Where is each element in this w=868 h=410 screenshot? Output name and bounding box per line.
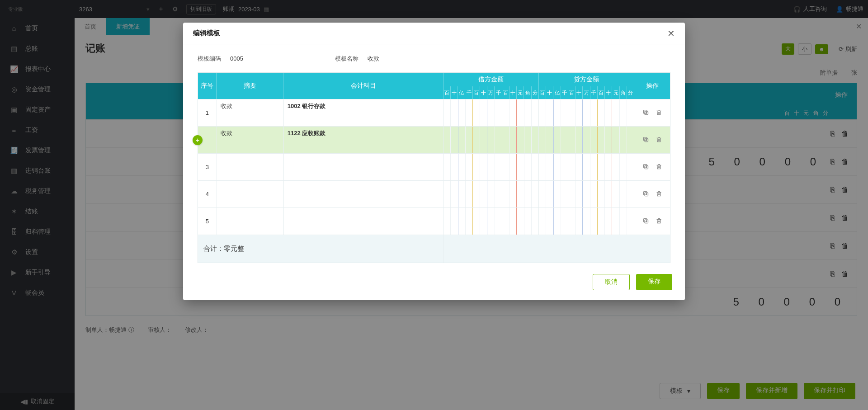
template-name-label: 模板名称 xyxy=(335,55,359,63)
seq-cell: 4 xyxy=(198,181,217,207)
col-seq: 序号 xyxy=(198,73,217,99)
row-op-cell xyxy=(634,208,670,235)
row-op-cell xyxy=(634,127,670,153)
credit-cell[interactable] xyxy=(539,154,634,180)
template-code-input[interactable] xyxy=(228,53,308,64)
summary-cell[interactable] xyxy=(217,181,284,207)
subject-cell[interactable] xyxy=(284,181,443,207)
add-row-button[interactable]: + xyxy=(193,135,203,145)
grid-row[interactable]: 1收款1002 银行存款 xyxy=(198,99,670,126)
modal-title: 编辑模板 xyxy=(193,29,220,38)
copy-row-icon[interactable] xyxy=(642,190,649,198)
total-label: 合计：零元整 xyxy=(198,235,443,263)
grid-row[interactable]: +收款1122 应收账款 xyxy=(198,126,670,153)
grid-row[interactable]: 5 xyxy=(198,207,670,235)
seq-cell: 3 xyxy=(198,154,217,180)
save-button[interactable]: 保存 xyxy=(636,274,672,290)
credit-cell[interactable] xyxy=(539,127,634,153)
seq-cell: 5 xyxy=(198,208,217,235)
subject-cell[interactable]: 1002 银行存款 xyxy=(284,99,443,126)
copy-row-icon[interactable] xyxy=(642,109,649,117)
debit-cell[interactable] xyxy=(443,181,539,207)
summary-cell[interactable]: 收款 xyxy=(217,99,284,126)
template-code-label: 模板编码 xyxy=(198,55,221,63)
template-grid: 序号 摘要 会计科目 借方金额 百十亿千百十万千百十元角分 贷方金额 百十亿千百… xyxy=(198,72,670,263)
debit-cell[interactable] xyxy=(443,127,539,153)
edit-template-modal: 编辑模板 ✕ 模板编码 模板名称 序号 摘要 会计科目 xyxy=(183,23,685,300)
grid-row[interactable]: 3 xyxy=(198,153,670,180)
col-op: 操作 xyxy=(634,73,670,99)
row-op-cell xyxy=(634,181,670,207)
credit-cell[interactable] xyxy=(539,181,634,207)
debit-cell[interactable] xyxy=(443,99,539,126)
debit-cell[interactable] xyxy=(443,208,539,235)
summary-cell[interactable] xyxy=(217,154,284,180)
credit-units: 百十亿千百十万千百十元角分 xyxy=(539,86,634,99)
subject-cell[interactable] xyxy=(284,208,443,235)
debit-units: 百十亿千百十万千百十元角分 xyxy=(443,86,538,99)
debit-cell[interactable] xyxy=(443,154,539,180)
copy-row-icon[interactable] xyxy=(642,163,649,171)
summary-cell[interactable]: 收款 xyxy=(217,127,284,153)
copy-row-icon[interactable] xyxy=(642,217,649,226)
delete-row-icon[interactable] xyxy=(656,136,662,144)
col-credit: 贷方金额 百十亿千百十万千百十元角分 xyxy=(539,73,634,99)
subject-cell[interactable] xyxy=(284,154,443,180)
delete-row-icon[interactable] xyxy=(656,109,662,117)
row-op-cell xyxy=(634,99,670,126)
cancel-button[interactable]: 取消 xyxy=(593,274,630,290)
total-row: 合计：零元整 xyxy=(198,235,670,263)
template-name-input[interactable] xyxy=(366,53,445,64)
modal-close-button[interactable]: ✕ xyxy=(667,28,675,39)
col-subject: 会计科目 xyxy=(283,73,443,99)
grid-row[interactable]: 4 xyxy=(198,180,670,207)
credit-cell[interactable] xyxy=(539,99,634,126)
col-debit: 借方金额 百十亿千百十万千百十元角分 xyxy=(443,73,539,99)
copy-row-icon[interactable] xyxy=(642,136,649,144)
subject-cell[interactable]: 1122 应收账款 xyxy=(284,127,443,153)
col-summary: 摘要 xyxy=(217,73,283,99)
credit-cell[interactable] xyxy=(539,208,634,235)
modal-overlay: 编辑模板 ✕ 模板编码 模板名称 序号 摘要 会计科目 xyxy=(0,0,868,410)
delete-row-icon[interactable] xyxy=(656,163,662,171)
delete-row-icon[interactable] xyxy=(656,217,662,226)
delete-row-icon[interactable] xyxy=(656,190,662,198)
summary-cell[interactable] xyxy=(217,208,284,235)
seq-cell: 1 xyxy=(198,99,217,126)
row-op-cell xyxy=(634,154,670,180)
